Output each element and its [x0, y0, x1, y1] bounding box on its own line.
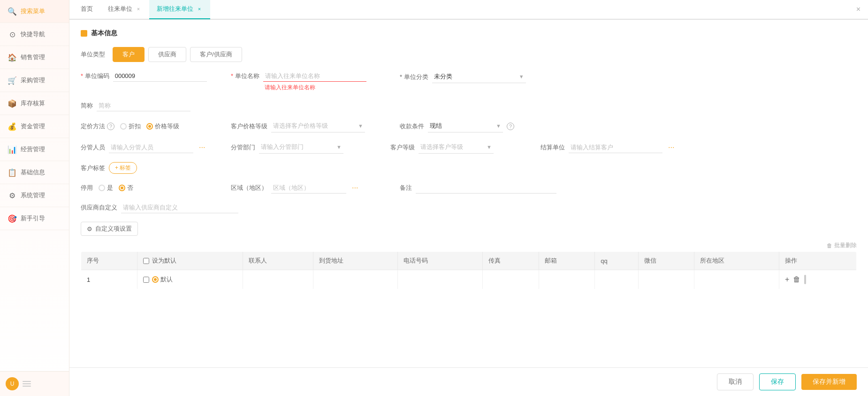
guide-icon: 🎯 — [8, 214, 17, 223]
sidebar-item-quick-nav[interactable]: ⊙ 快捷导航 — [0, 23, 69, 46]
unit-category-select[interactable]: 未分类 ▼ — [432, 70, 526, 83]
search-icon: 🔍 — [8, 7, 17, 16]
field-pricing-method: 定价方法 ? 折扣 价格等级 — [81, 122, 212, 131]
default-radio-circle — [152, 276, 159, 283]
sidebar-item-purchase[interactable]: 🛒 采购管理 — [0, 69, 69, 92]
short-name-label: 简称 — [81, 101, 93, 110]
menu-toggle[interactable] — [23, 381, 31, 387]
add-tag-button[interactable]: + 标签 — [109, 162, 137, 174]
field-supplier-custom: 供应商自定义 — [81, 202, 268, 213]
basic-info-icon: 📋 — [8, 168, 17, 177]
sidebar-item-label: 经营管理 — [21, 145, 45, 154]
cell-fax — [483, 270, 539, 289]
sidebar-item-operations[interactable]: 📊 经营管理 — [0, 138, 69, 161]
custom-settings-button[interactable]: ⚙ 自定义项设置 — [81, 222, 138, 236]
row-checkbox[interactable] — [143, 277, 149, 283]
section-icon — [81, 30, 87, 37]
tab-home[interactable]: 首页 — [73, 0, 100, 19]
cancel-button[interactable]: 取消 — [717, 373, 754, 390]
radio-price-level[interactable]: 价格等级 — [146, 122, 179, 131]
unit-name-input[interactable] — [263, 70, 366, 82]
tab-new-counterparty[interactable]: 新增往来单位 × — [149, 0, 210, 19]
cell-address — [313, 270, 398, 289]
sidebar-item-search[interactable]: 🔍 搜索菜单 — [0, 0, 69, 23]
field-customer-level: 客户等级 请选择客户等级 ▼ — [390, 141, 522, 154]
supplier-custom-input[interactable] — [121, 202, 238, 213]
field-unit-name: 单位名称 请输入往来单位名称 — [231, 70, 381, 92]
add-tag-label: + 标签 — [115, 164, 131, 172]
customer-level-select[interactable]: 请选择客户等级 ▼ — [419, 141, 494, 154]
region-more-icon[interactable]: ··· — [350, 184, 360, 192]
btn-customer[interactable]: 客户 — [113, 47, 145, 62]
col-default: 设为默认 — [137, 252, 243, 270]
chevron-down-icon: ▼ — [496, 123, 501, 129]
short-name-input[interactable] — [97, 100, 190, 111]
field-remark: 备注 — [400, 182, 838, 194]
save-button[interactable]: 保存 — [759, 373, 796, 390]
settlement-unit-more-icon[interactable]: ··· — [666, 143, 676, 152]
drag-handle[interactable] — [804, 275, 806, 284]
default-radio[interactable]: 默认 — [152, 275, 173, 284]
finance-icon: 💰 — [8, 122, 17, 131]
operations-icon: 📊 — [8, 145, 17, 154]
disabled-label: 停用 — [81, 184, 93, 192]
disabled-radio-group: 是 否 — [99, 184, 133, 192]
col-address: 到货地址 — [313, 252, 398, 270]
sidebar-item-guide[interactable]: 🎯 新手引导 — [0, 207, 69, 230]
customer-tag-label: 客户标签 — [81, 164, 105, 172]
btn-supplier[interactable]: 供应商 — [148, 47, 186, 62]
customer-level-placeholder: 请选择客户等级 — [420, 143, 463, 151]
tab-counterparty[interactable]: 往来单位 × — [100, 0, 149, 19]
unit-category-value: 未分类 — [434, 72, 452, 81]
pricing-help-icon[interactable]: ? — [107, 123, 114, 130]
remark-input[interactable] — [416, 182, 556, 194]
cell-action: + 🗑 — [779, 270, 856, 289]
unit-code-label: 单位编码 — [81, 72, 109, 80]
field-manager: 分管人员 ··· — [81, 142, 212, 153]
sidebar-item-inventory[interactable]: 📦 库存核算 — [0, 92, 69, 115]
radio-discount[interactable]: 折扣 — [120, 122, 141, 131]
region-input[interactable] — [271, 182, 346, 194]
sidebar-item-sales[interactable]: 🏠 销售管理 — [0, 46, 69, 69]
field-disabled: 停用 是 否 — [81, 184, 212, 192]
sidebar-item-finance[interactable]: 💰 资金管理 — [0, 115, 69, 138]
save-add-button[interactable]: 保存并新增 — [801, 374, 857, 390]
department-select[interactable]: 请输入分管部门 ▼ — [259, 141, 343, 154]
tab-new-counterparty-close[interactable]: × — [196, 6, 203, 12]
sidebar-item-basic-info[interactable]: 📋 基础信息 — [0, 161, 69, 184]
payment-terms-help-icon[interactable]: ? — [507, 123, 514, 130]
form-row-2: 简称 — [81, 100, 857, 111]
customer-price-level-select[interactable]: 请选择客户价格等级 ▼ — [271, 120, 365, 132]
sidebar-item-label: 资金管理 — [21, 122, 45, 131]
tab-counterparty-close[interactable]: × — [135, 6, 142, 12]
field-unit-category: * 单位分类 未分类 ▼ — [400, 70, 531, 83]
manager-more-icon[interactable]: ··· — [197, 143, 207, 152]
sidebar-item-system[interactable]: ⚙ 系统管理 — [0, 184, 69, 207]
radio-yes[interactable]: 是 — [99, 184, 113, 192]
settlement-unit-input[interactable] — [569, 142, 662, 153]
tab-home-label: 首页 — [81, 5, 93, 13]
add-row-button[interactable]: + — [785, 275, 789, 284]
field-short-name: 简称 — [81, 100, 212, 111]
section-title: 基本信息 — [91, 29, 117, 38]
select-all-checkbox[interactable] — [143, 258, 149, 264]
col-phone: 电话号码 — [398, 252, 483, 270]
field-payment-terms: 收款条件 现结 ▼ ? — [400, 120, 531, 132]
radio-price-level-label: 价格等级 — [155, 122, 179, 131]
window-close-button[interactable]: × — [853, 5, 864, 14]
btn-both[interactable]: 客户/供应商 — [190, 47, 242, 62]
col-action: 操作 — [779, 252, 856, 270]
pricing-method-label: 定价方法 ? — [81, 122, 114, 131]
customer-price-level-placeholder: 请选择客户价格等级 — [273, 122, 328, 130]
payment-terms-label: 收款条件 — [400, 122, 424, 131]
payment-terms-select[interactable]: 现结 ▼ — [428, 120, 503, 132]
radio-no[interactable]: 否 — [119, 184, 133, 192]
field-customer-price-level: 客户价格等级 请选择客户价格等级 ▼ — [231, 120, 381, 132]
default-radio-label: 默认 — [160, 275, 173, 284]
sales-icon: 🏠 — [8, 53, 17, 62]
delete-row-button[interactable]: 🗑 — [793, 275, 800, 284]
manager-input[interactable] — [109, 142, 193, 153]
chevron-down-icon: ▼ — [487, 144, 492, 150]
unit-code-input[interactable] — [113, 70, 207, 82]
batch-delete-label[interactable]: 批量删除 — [834, 241, 857, 249]
